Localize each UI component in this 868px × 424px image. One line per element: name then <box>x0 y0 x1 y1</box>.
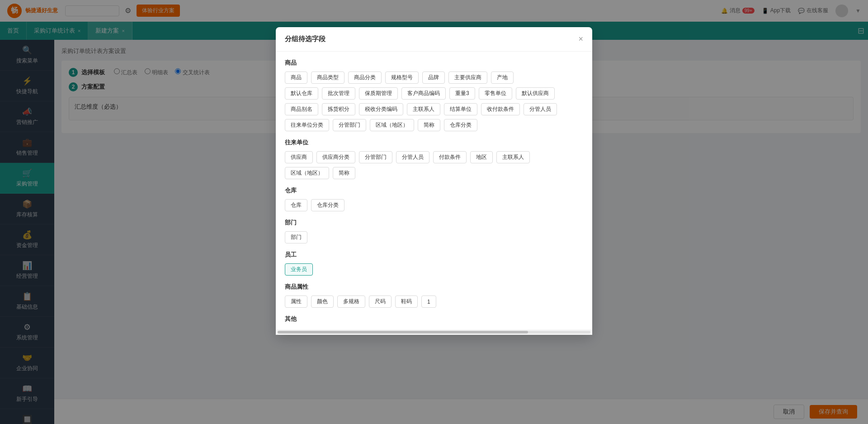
chip-weight3[interactable]: 重量3 <box>449 87 475 100</box>
section-partner-chips: 供应商 供应商分类 分管部门 分管人员 付款条件 地区 主联系人 <box>285 151 583 163</box>
chip-region[interactable]: 区域（地区） <box>370 119 414 131</box>
chip-expiry-manage[interactable]: 保质期管理 <box>359 87 398 100</box>
chip-wh-category[interactable]: 仓库分类 <box>444 119 477 131</box>
section-employee-title: 员工 <box>285 251 583 259</box>
modal-overlay: 分组待选字段 × 商品 商品 商品类型 商品分类 规格型号 品牌 主要供应商 产… <box>0 0 868 424</box>
modal-header: 分组待选字段 × <box>276 27 592 52</box>
chip-product-category[interactable]: 商品分类 <box>348 71 382 84</box>
chip-payment-terms[interactable]: 收付款条件 <box>481 103 520 115</box>
section-employee-chips: 业务员 <box>285 263 583 276</box>
chip-salesperson[interactable]: 业务员 <box>285 263 313 276</box>
chip-product-type[interactable]: 商品类型 <box>311 71 344 84</box>
chip-area[interactable]: 地区 <box>470 151 493 163</box>
section-product-chips4: 往来单位分类 分管部门 区域（地区） 简称 仓库分类 <box>285 119 583 131</box>
chip-partner-category[interactable]: 往来单位分类 <box>285 119 329 131</box>
chip-main-contact[interactable]: 主联系人 <box>407 103 440 115</box>
section-dept-chips: 部门 <box>285 231 583 243</box>
section-dept-title: 部门 <box>285 219 583 227</box>
chip-brand[interactable]: 品牌 <box>422 71 445 84</box>
chip-payment-condition[interactable]: 付款条件 <box>433 151 467 163</box>
chip-partner-dept[interactable]: 分管部门 <box>359 151 392 163</box>
chip-tax-code[interactable]: 税收分类编码 <box>359 103 403 115</box>
chip-dept[interactable]: 分管部门 <box>333 119 366 131</box>
chip-abbr[interactable]: 简称 <box>418 119 440 131</box>
chip-product[interactable]: 商品 <box>285 71 307 84</box>
chip-one[interactable]: 1 <box>421 295 436 308</box>
chip-default-supplier[interactable]: 默认供应商 <box>516 87 555 100</box>
modal-title: 分组待选字段 <box>285 35 326 43</box>
section-product-chips: 商品 商品类型 商品分类 规格型号 品牌 主要供应商 产地 <box>285 71 583 84</box>
chip-supplier[interactable]: 供应商 <box>285 151 313 163</box>
chip-batch-manage[interactable]: 批次管理 <box>322 87 355 100</box>
section-warehouse-chips: 仓库 仓库分类 <box>285 199 583 211</box>
section-product-attr-chips: 属性 颜色 多规格 尺码 鞋码 1 <box>285 295 583 308</box>
section-partner-chips2: 区域（地区） 简称 <box>285 167 583 179</box>
chip-multi-spec[interactable]: 多规格 <box>337 295 365 308</box>
field-select-modal: 分组待选字段 × 商品 商品 商品类型 商品分类 规格型号 品牌 主要供应商 产… <box>276 27 592 335</box>
section-product-chips3: 商品别名 拣货积分 税收分类编码 主联系人 结算单位 收付款条件 分管人员 <box>285 103 583 115</box>
chip-customer-code[interactable]: 客户商品编码 <box>401 87 446 100</box>
modal-scrollbar[interactable] <box>276 329 592 335</box>
chip-supplier-category[interactable]: 供应商分类 <box>316 151 355 163</box>
chip-shoe-size[interactable]: 鞋码 <box>395 295 418 308</box>
section-warehouse-title: 仓库 <box>285 186 583 195</box>
modal-close-button[interactable]: × <box>578 34 583 44</box>
chip-retail-unit[interactable]: 零售单位 <box>479 87 512 100</box>
chip-size[interactable]: 尺码 <box>369 295 392 308</box>
chip-warehouse[interactable]: 仓库 <box>285 199 307 211</box>
section-product-chips2: 默认仓库 批次管理 保质期管理 客户商品编码 重量3 零售单位 默认供应商 <box>285 87 583 100</box>
chip-color[interactable]: 颜色 <box>311 295 334 308</box>
chip-alias[interactable]: 商品别名 <box>285 103 318 115</box>
chip-main-supplier[interactable]: 主要供应商 <box>448 71 487 84</box>
chip-partner-manager[interactable]: 分管人员 <box>396 151 429 163</box>
chip-partner-abbr[interactable]: 简称 <box>333 167 355 179</box>
chip-partner-contact[interactable]: 主联系人 <box>496 151 530 163</box>
chip-department[interactable]: 部门 <box>285 231 307 243</box>
section-other-title: 其他 <box>285 315 583 323</box>
chip-attr[interactable]: 属性 <box>285 295 307 308</box>
section-product-attr-title: 商品属性 <box>285 283 583 291</box>
chip-default-warehouse[interactable]: 默认仓库 <box>285 87 318 100</box>
section-partner-title: 往来单位 <box>285 138 583 147</box>
chip-warehouse-category[interactable]: 仓库分类 <box>311 199 344 211</box>
chip-spec-model[interactable]: 规格型号 <box>385 71 419 84</box>
section-product-title: 商品 <box>285 59 583 67</box>
modal-body: 商品 商品 商品类型 商品分类 规格型号 品牌 主要供应商 产地 默认仓库 批次… <box>276 52 592 329</box>
chip-origin[interactable]: 产地 <box>491 71 514 84</box>
chip-settlement-unit[interactable]: 结算单位 <box>444 103 477 115</box>
chip-pick-score[interactable]: 拣货积分 <box>322 103 355 115</box>
chip-partner-region[interactable]: 区域（地区） <box>285 167 329 179</box>
chip-manager[interactable]: 分管人员 <box>524 103 557 115</box>
